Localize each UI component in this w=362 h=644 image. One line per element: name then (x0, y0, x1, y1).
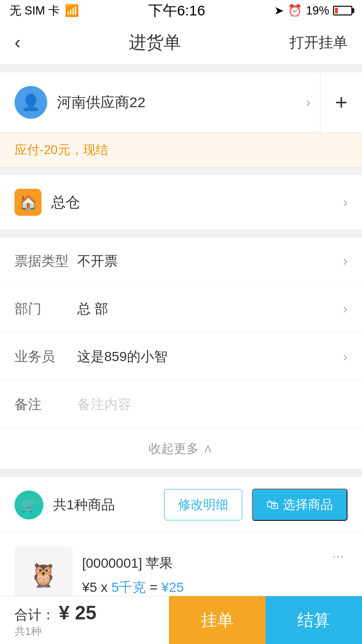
nav-bar: ‹ 进货单 打开挂单 (0, 21, 362, 65)
modify-detail-button[interactable]: 修改明细 (164, 489, 242, 520)
product-times: x (101, 580, 111, 595)
status-bar: 无 SIM 卡 📶 下午6:16 ➤ ⏰ 19% (0, 0, 362, 21)
battery-fill (335, 8, 338, 14)
product-quantity: 5千克 (111, 580, 146, 595)
product-section-icon: 🛒 (14, 490, 43, 519)
checkout-button[interactable]: 结算 (265, 596, 362, 644)
warehouse-chevron-icon: › (343, 195, 348, 210)
supplier-section: 👤 河南供应商22 › + (0, 72, 362, 133)
dept-row[interactable]: 部门 总 部 › (0, 285, 362, 333)
product-title: 苹果 (146, 556, 173, 571)
product-placeholder-icon: 🦉 (29, 562, 58, 589)
hang-button[interactable]: 挂单 (169, 596, 265, 644)
product-count-label: 共1种商品 (53, 496, 154, 514)
separator-2 (0, 168, 362, 175)
select-product-icon: 🛍 (266, 497, 279, 512)
alarm-icon: ⏰ (288, 4, 302, 17)
supplier-avatar: 👤 (14, 86, 47, 119)
status-left: 无 SIM 卡 📶 (10, 3, 79, 18)
open-hang-button[interactable]: 打开挂单 (290, 33, 348, 53)
status-time: 下午6:16 (148, 1, 205, 21)
status-right: ➤ ⏰ 19% (274, 4, 352, 17)
product-header: 🛒 共1种商品 修改明细 🛍 选择商品 (0, 477, 362, 533)
collapse-label: 收起更多 ∧ (149, 440, 213, 457)
back-button[interactable]: ‹ (14, 32, 21, 53)
carrier-text: 无 SIM 卡 (10, 3, 60, 18)
supplier-main[interactable]: 👤 河南供应商22 › (14, 72, 320, 132)
invoice-row[interactable]: 票据类型 不开票 › (0, 238, 362, 285)
select-product-label: 选择商品 (283, 496, 333, 513)
select-product-button[interactable]: 🛍 选择商品 (252, 489, 348, 521)
avatar-icon: 👤 (21, 93, 41, 112)
nav-title: 进货单 (129, 31, 181, 55)
separator-3 (0, 230, 362, 238)
salesman-row[interactable]: 业务员 这是859的小智 › (0, 333, 362, 381)
total-row: 合计： ¥ 25 (14, 602, 154, 624)
total-label: 合计： (14, 607, 55, 622)
remark-input[interactable]: 备注内容 (77, 395, 348, 414)
wifi-icon: 📶 (65, 4, 79, 17)
supplier-chevron-icon: › (306, 95, 310, 110)
warehouse-row[interactable]: 🏠 总仓 › (0, 175, 362, 230)
battery-icon (333, 6, 352, 15)
dept-chevron-icon: › (343, 301, 348, 317)
separator-1 (0, 65, 362, 72)
warehouse-name: 总仓 (51, 193, 343, 212)
warehouse-icon: 🏠 (14, 189, 42, 216)
dept-label: 部门 (14, 300, 77, 318)
product-name: [0000001] 苹果 (82, 554, 319, 573)
product-price: ¥5 (82, 580, 97, 595)
product-price-line: ¥5 x 5千克 = ¥25 (82, 578, 319, 597)
cart-icon: 🛒 (21, 497, 38, 513)
total-amount: ¥ 25 (59, 602, 97, 623)
salesman-chevron-icon: › (343, 349, 348, 364)
remark-label: 备注 (14, 395, 77, 414)
product-id: [0000001] (82, 556, 142, 571)
product-info: [0000001] 苹果 ¥5 x 5千克 = ¥25 (82, 554, 319, 597)
battery-percent: 19% (306, 4, 329, 17)
invoice-value: 不开票 (77, 252, 343, 270)
product-total: ¥25 (161, 580, 184, 595)
collapse-row[interactable]: 收起更多 ∧ (0, 429, 362, 469)
supplier-name: 河南供应商22 (57, 93, 296, 112)
product-equals: = (150, 580, 161, 595)
dept-value: 总 部 (77, 300, 343, 318)
salesman-label: 业务员 (14, 348, 77, 366)
remark-row[interactable]: 备注 备注内容 (0, 381, 362, 429)
salesman-value: 这是859的小智 (77, 348, 343, 366)
supplier-notice: 应付-20元，现结 (0, 133, 362, 168)
invoice-chevron-icon: › (343, 253, 348, 269)
product-more-button[interactable]: ··· (329, 546, 348, 566)
bottom-bar: 合计： ¥ 25 共1种 挂单 结算 (0, 596, 362, 644)
total-count: 共1种 (14, 624, 154, 639)
invoice-label: 票据类型 (14, 252, 77, 270)
location-icon: ➤ (274, 4, 284, 17)
add-supplier-button[interactable]: + (320, 90, 348, 114)
total-section: 合计： ¥ 25 共1种 (0, 602, 169, 639)
separator-4 (0, 469, 362, 477)
